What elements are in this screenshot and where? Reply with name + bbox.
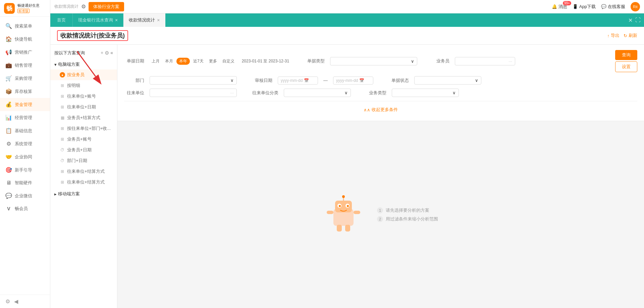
- dept-label: 部门: [124, 78, 144, 84]
- logo-tag: 标准版: [17, 9, 30, 13]
- header-right: 🔔 99+ 消息 📱 App下载 💬 在线客服 Rit: [552, 2, 640, 11]
- app-download-btn[interactable]: 📱 App下载: [573, 4, 596, 10]
- svg-point-5: [347, 205, 349, 207]
- scheme-header: 按以下方案查询 + ⚙ «: [50, 48, 117, 58]
- scheme-grid-icon7: ⊞: [60, 179, 65, 185]
- tip-number-1: 1: [377, 207, 383, 213]
- sidebar-item-member[interactable]: V 畅会员: [0, 202, 50, 215]
- salesperson-select[interactable]: ···: [455, 57, 515, 65]
- sidebar-footer: ⚙ ◀: [0, 295, 50, 308]
- scheme-item-partner-settlement2[interactable]: ⊞ 往来单位+结算方式: [50, 177, 117, 188]
- scheme-header-title: 按以下方案查询: [54, 50, 99, 56]
- scheme-item-dept-date[interactable]: ⏱ 部门+日期: [50, 155, 117, 166]
- doc-type-select[interactable]: ∨: [330, 57, 417, 65]
- scheme-collapse-icon[interactable]: «: [110, 50, 113, 56]
- tab-actions: ✕ ⛶: [625, 17, 644, 23]
- sidebar-item-corp[interactable]: 🤝 企业协同: [0, 150, 50, 163]
- sidebar-item-wechat[interactable]: 💬 企业微信: [0, 189, 50, 202]
- scheme-item-salesperson[interactable]: ● 按业务员: [50, 69, 117, 80]
- date-tab-last-month[interactable]: 上月: [150, 58, 162, 65]
- scheme-group-title-desktop[interactable]: ▾ 电脑端方案: [50, 59, 117, 69]
- scheme-item-detail[interactable]: ⊞ 按明细: [50, 80, 117, 91]
- date-tab-more[interactable]: 更多: [207, 58, 219, 65]
- scheme-group-mobile: ▸ 移动端方案: [50, 189, 117, 199]
- refresh-label: 刷新: [629, 33, 637, 39]
- online-service-btn[interactable]: 💬 在线客服: [601, 4, 625, 10]
- sidebar-item-operations[interactable]: 📊 经营管理: [0, 111, 50, 124]
- scheme-item-salesperson-account[interactable]: ⊞ 业务员+账号: [50, 134, 117, 145]
- sidebar-item-hardware[interactable]: 🖥 智能硬件: [0, 176, 50, 189]
- empty-tip-1: 1 请先选择要分析的方案: [377, 207, 438, 213]
- tip-text-1: 请先选择要分析的方案: [386, 207, 429, 213]
- scheme-grid-icon4: ⊞: [60, 126, 65, 131]
- export-button[interactable]: ↑ 导出: [607, 33, 620, 39]
- partner-select[interactable]: ···: [150, 89, 237, 97]
- search-icon: 🔍: [5, 23, 12, 29]
- doc-status-select[interactable]: ∨: [414, 76, 481, 85]
- tab-close-window-icon[interactable]: ✕: [628, 17, 633, 23]
- collapse-sidebar-icon[interactable]: ◀: [14, 298, 18, 305]
- logo-text: 畅捷通好生意: [17, 3, 40, 8]
- dept-select[interactable]: ∨: [150, 76, 237, 85]
- trial-button[interactable]: 体验行业方案: [89, 2, 124, 11]
- review-date-start[interactable]: yyyy-mm-dd 📅: [278, 76, 318, 85]
- sidebar-item-label: 搜索菜单: [15, 23, 32, 29]
- scheme-add-icon[interactable]: +: [101, 50, 103, 56]
- tab-bank-flow[interactable]: 现金银行流水查询 ×: [73, 13, 123, 27]
- hardware-icon: 🖥: [5, 180, 12, 186]
- sidebar-item-marketing[interactable]: 📢 营销推广: [0, 46, 50, 59]
- tab-collection-stats[interactable]: 收款情况统计 ×: [123, 13, 165, 27]
- sidebar-item-sales[interactable]: 💼 销售管理: [0, 59, 50, 72]
- refresh-button[interactable]: ↻ 刷新: [624, 33, 637, 39]
- sidebar-item-system[interactable]: ⚙ 系统管理: [0, 137, 50, 150]
- calendar-icon: 📅: [304, 78, 309, 83]
- collapse-button[interactable]: ∧∧ 收起更多条件: [361, 104, 400, 115]
- review-date-end[interactable]: yyyy-mm-dd 📅: [333, 76, 373, 85]
- scheme-item-partner-account[interactable]: ⊞ 往来单位+账号: [50, 91, 117, 102]
- svg-point-4: [339, 205, 341, 207]
- tab-collection-stats-close[interactable]: ×: [157, 17, 160, 23]
- date-tab-custom[interactable]: 自定义: [220, 58, 236, 65]
- purchase-icon: 🛒: [5, 75, 12, 82]
- scheme-group-label: 电脑端方案: [58, 61, 80, 67]
- tab-home[interactable]: 首页: [50, 13, 73, 27]
- sidebar-item-finance[interactable]: 💰 资金管理: [0, 98, 50, 111]
- biz-type-dropdown-icon: ∨: [452, 90, 456, 95]
- tab-bar: 首页 现金银行流水查询 × 收款情况统计 × ✕ ⛶: [50, 13, 644, 27]
- date-tab-this-year[interactable]: 本年: [176, 58, 190, 65]
- scheme-group-mobile-label: 移动端方案: [58, 191, 80, 197]
- scheme-item-partner-settlement1[interactable]: ⊞ 往来单位+结算方式: [50, 166, 117, 177]
- date-tab-7days[interactable]: 近7天: [191, 58, 206, 65]
- collapse-icon: ∧∧: [364, 107, 370, 112]
- sidebar-item-search-menu[interactable]: 🔍 搜索菜单: [0, 19, 50, 33]
- scheme-item-salesperson-date[interactable]: ⏱ 业务员+日期: [50, 145, 117, 155]
- partner-category-select[interactable]: ∨: [284, 89, 351, 97]
- tab-bank-flow-close[interactable]: ×: [115, 17, 118, 23]
- sidebar-item-inventory[interactable]: 📦 库存核算: [0, 85, 50, 98]
- scheme-item-label: 往来单位+结算方式: [67, 179, 105, 185]
- svg-rect-8: [327, 211, 333, 214]
- settings-button[interactable]: 设置: [615, 61, 637, 72]
- user-avatar[interactable]: Rit: [631, 2, 640, 11]
- sidebar-item-purchase[interactable]: 🛒 采购管理: [0, 72, 50, 85]
- header-settings-icon[interactable]: ⚙: [81, 3, 86, 10]
- sidebar-item-basic[interactable]: 📋 基础信息: [0, 124, 50, 137]
- date-tab-this-month[interactable]: 本月: [163, 58, 175, 65]
- tab-maximize-icon[interactable]: ⛶: [635, 17, 641, 23]
- query-button[interactable]: 查询: [615, 50, 637, 60]
- scheme-active-icon: ●: [60, 72, 65, 78]
- settings-footer-icon[interactable]: ⚙: [5, 298, 10, 305]
- scheme-item-partner-dept[interactable]: ⊞ 按往来单位+部门+收...: [50, 123, 117, 134]
- review-date-label: 审核日期: [252, 78, 272, 84]
- tab-bank-flow-label: 现金银行流水查询: [78, 17, 113, 23]
- notification-bell[interactable]: 🔔 99+ 消息: [552, 4, 567, 10]
- biz-type-select[interactable]: ∨: [392, 89, 459, 97]
- scheme-item-salesperson-settlement[interactable]: ▦ 业务员+结算方式: [50, 112, 117, 123]
- empty-tip-2: 2 用过滤条件来缩小分析范围: [377, 216, 438, 222]
- sidebar-item-quick-nav[interactable]: 🏠 快捷导航: [0, 33, 50, 46]
- scheme-item-label: 按往来单位+部门+收...: [67, 125, 111, 132]
- scheme-item-partner-date[interactable]: ⊞ 往来单位+日期: [50, 102, 117, 112]
- scheme-group-title-mobile[interactable]: ▸ 移动端方案: [50, 189, 117, 199]
- scheme-settings-icon[interactable]: ⚙: [105, 50, 109, 56]
- sidebar-item-guide[interactable]: 🎯 新手引导: [0, 163, 50, 176]
